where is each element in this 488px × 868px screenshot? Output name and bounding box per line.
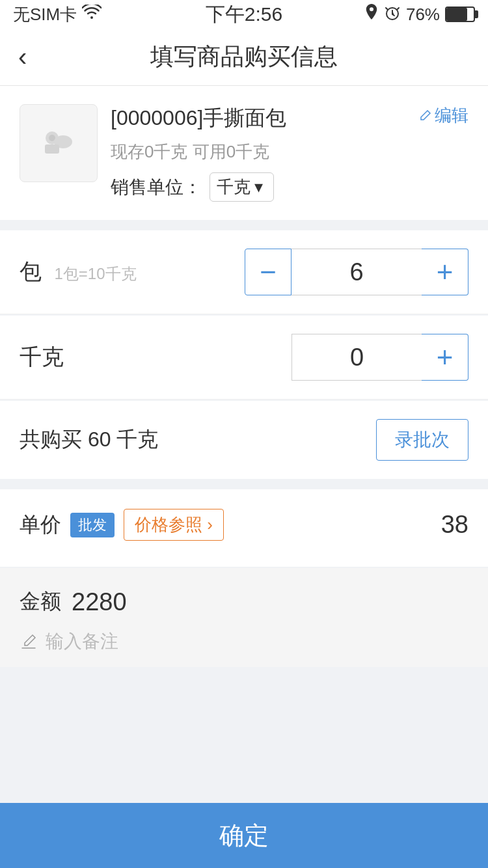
page-title: 填写商品购买信息 <box>150 41 338 73</box>
batch-button[interactable]: 录批次 <box>376 419 468 461</box>
price-ref-button[interactable]: 价格参照 › <box>124 509 224 541</box>
amount-row: 金额 2280 <box>20 588 468 616</box>
nav-bar: ‹ 填写商品购买信息 <box>0 29 488 86</box>
amount-value: 2280 <box>72 588 127 616</box>
qty-input-pack[interactable] <box>291 249 422 295</box>
price-value: 38 <box>441 511 468 539</box>
qty-control-pack: − + <box>245 249 468 295</box>
status-time: 下午2:56 <box>206 1 282 28</box>
total-text: 共购买 60 千克 <box>20 426 158 454</box>
total-row: 共购买 60 千克 录批次 <box>0 401 488 479</box>
back-button[interactable]: ‹ <box>18 42 27 72</box>
qty-row-pack: 包 1包=10千克 − + <box>0 230 488 314</box>
status-right: 76% <box>364 4 475 25</box>
price-label-group: 单价 批发 价格参照 › <box>20 509 224 541</box>
wifi-icon <box>82 5 102 25</box>
amount-label: 金额 <box>20 588 61 616</box>
qty-minus-pack[interactable]: − <box>245 249 291 295</box>
qty-hint-pack: 1包=10千克 <box>54 265 136 282</box>
product-stock: 现存0千克 可用0千克 <box>111 141 468 163</box>
product-card: [0000006]手撕面包 编辑 现存0千克 可用0千克 销售单位： 千克 ▾ <box>0 86 488 220</box>
product-info: [0000006]手撕面包 编辑 现存0千克 可用0千克 销售单位： 千克 ▾ <box>111 104 468 202</box>
qty-label-kg: 千克 <box>20 342 291 372</box>
note-row[interactable]: 输入备注 <box>20 629 468 654</box>
price-label: 单价 <box>20 511 61 539</box>
confirm-button[interactable]: 确定 <box>0 803 488 868</box>
alarm-icon <box>384 4 401 25</box>
qty-plus-pack[interactable]: + <box>422 249 468 295</box>
price-row: 单价 批发 价格参照 › 38 <box>20 509 468 541</box>
price-section: 单价 批发 价格参照 › 38 <box>0 489 488 567</box>
status-bar: 无SIM卡 下午2:56 76% <box>0 0 488 29</box>
location-icon <box>364 4 379 25</box>
product-thumbnail <box>20 104 98 182</box>
qty-row-kg: 千克 + <box>0 316 488 400</box>
qty-input-kg[interactable] <box>291 334 422 381</box>
svg-rect-4 <box>45 144 59 154</box>
product-unit-row: 销售单位： 千克 ▾ <box>111 172 468 202</box>
product-name: [0000006]手撕面包 <box>111 104 286 133</box>
amount-section: 金额 2280 输入备注 <box>0 568 488 667</box>
qty-label-pack: 包 1包=10千克 <box>20 257 245 287</box>
qty-plus-kg[interactable]: + <box>422 334 468 381</box>
qty-control-kg: + <box>291 334 468 381</box>
battery-icon <box>445 7 475 22</box>
note-placeholder: 输入备注 <box>46 629 118 654</box>
unit-dropdown[interactable]: 千克 ▾ <box>210 172 274 202</box>
tag-pifa: 批发 <box>70 513 115 537</box>
edit-button[interactable]: 编辑 <box>418 104 468 127</box>
battery-percent: 76% <box>406 5 440 25</box>
status-left: 无SIM卡 <box>13 3 102 26</box>
carrier-text: 无SIM卡 <box>13 3 77 26</box>
